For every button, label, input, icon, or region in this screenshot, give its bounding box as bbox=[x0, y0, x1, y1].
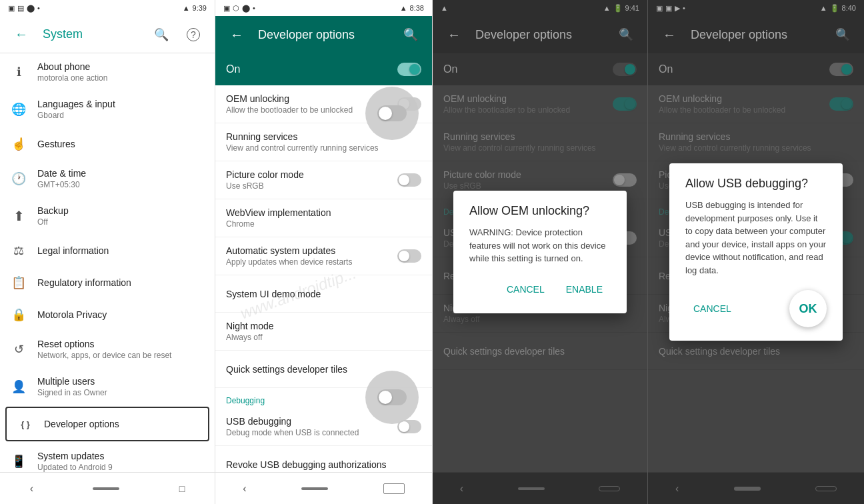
sidebar-item-users[interactable]: 👤 Multiple users Signed in as Owner bbox=[0, 368, 215, 405]
about-icon: ℹ bbox=[11, 64, 27, 80]
sidebar-text-backup: Backup Off bbox=[37, 205, 69, 227]
back-nav-p2[interactable]: ‹ bbox=[243, 483, 246, 495]
privacy-icon2: 🔒 bbox=[11, 307, 27, 323]
status-icons-left: ▣ ▤ ⬤ • bbox=[8, 4, 40, 13]
legal-icon: ⚖ bbox=[11, 243, 27, 259]
sidebar-item-regulatory[interactable]: 📋 Regulatory information bbox=[0, 267, 215, 299]
picture-toggle-knob-p2 bbox=[399, 175, 409, 185]
sidebar-text-legal: Legal information bbox=[37, 245, 109, 256]
usb-toggle-knob-p2 bbox=[399, 421, 409, 432]
dot-icon: • bbox=[37, 4, 40, 12]
sidebar-item-gestures[interactable]: ☝ Gestures bbox=[0, 128, 215, 160]
sidebar-text-about: About phone motorola one action bbox=[37, 61, 107, 83]
status-right-panel1: ▲ 9:39 bbox=[183, 4, 207, 12]
sidebar-item-system-updates[interactable]: 📱 System updates Updated to Android 9 bbox=[0, 443, 215, 472]
sidebar-text-users: Multiple users Signed in as Owner bbox=[37, 376, 107, 397]
sidebar-item-reset[interactable]: ↺ Reset options Network, apps, or device… bbox=[0, 331, 215, 368]
sidebar-list: ℹ About phone motorola one action 🌐 Lang… bbox=[0, 53, 215, 472]
oem-dialog: Allow OEM unlocking? WARNING: Device pro… bbox=[453, 191, 627, 313]
sidebar-item-languages[interactable]: 🌐 Languages & input Gboard bbox=[0, 91, 215, 128]
auto-toggle-knob-p2 bbox=[399, 251, 409, 261]
sidebar-text-regulatory: Regulatory information bbox=[37, 277, 131, 288]
revoke-text-p2: Revoke USB debugging authorizations bbox=[226, 459, 421, 470]
picture-color-item-p2[interactable]: Picture color mode Use sRGB bbox=[215, 161, 432, 199]
reset-icon: ↺ bbox=[11, 341, 27, 357]
sidebar-text-system-updates: System updates Updated to Android 9 bbox=[37, 451, 113, 472]
sidebar-item-privacy[interactable]: 🔒 Motorola Privacy bbox=[0, 299, 215, 331]
back-button-panel1[interactable]: ← bbox=[11, 24, 32, 45]
home-nav-p2[interactable] bbox=[301, 487, 328, 490]
privacy-icon: ⬤ bbox=[27, 4, 35, 13]
auto-toggle-p2[interactable] bbox=[397, 249, 421, 263]
webview-text-p2: WebView implementation Chrome bbox=[226, 207, 421, 229]
oem-dialog-overlay: Allow OEM unlocking? WARNING: Device pro… bbox=[433, 0, 647, 504]
back-nav-icon[interactable]: ‹ bbox=[30, 483, 33, 495]
system-updates-icon: 📱 bbox=[11, 453, 27, 469]
panel-developer-options: ▣ ⬡ ⬤ • ▲ 8:38 ← Developer options 🔍 On … bbox=[215, 0, 433, 504]
auto-text-p2: Automatic system updates Apply updates w… bbox=[226, 245, 397, 267]
sidebar-text-languages: Languages & input Gboard bbox=[37, 99, 115, 120]
backup-icon: ⬆ bbox=[11, 208, 27, 224]
status-right-p2: ▲ 8:38 bbox=[400, 4, 424, 12]
toggle-knob-on-p2 bbox=[409, 64, 420, 75]
sidebar-item-about-phone[interactable]: ℹ About phone motorola one action bbox=[0, 53, 215, 91]
header-panel2: ← Developer options 🔍 bbox=[215, 16, 432, 53]
oem-enable-button[interactable]: Enable bbox=[558, 279, 611, 300]
usb-toggle-highlight bbox=[365, 371, 419, 424]
oem-dialog-body: WARNING: Device protection features will… bbox=[469, 226, 611, 265]
sidebar-item-datetime[interactable]: 🕐 Date & time GMT+05:30 bbox=[0, 160, 215, 197]
on-label-panel2: On bbox=[226, 63, 240, 75]
sidebar-text-reset: Reset options Network, apps, or device c… bbox=[37, 339, 171, 360]
oem-toggle-highlight bbox=[365, 87, 419, 140]
usb-dialog-actions: Cancel OK bbox=[685, 290, 827, 327]
sidebar-item-backup[interactable]: ⬆ Backup Off bbox=[0, 197, 215, 235]
night-text-p2: Night mode Always off bbox=[226, 321, 421, 342]
recents-nav-icon[interactable]: □ bbox=[179, 483, 185, 494]
gestures-icon: ☝ bbox=[11, 136, 27, 152]
usb-cancel-button[interactable]: Cancel bbox=[685, 298, 739, 319]
status-bar-panel2: ▣ ⬡ ⬤ • ▲ 8:38 bbox=[215, 0, 432, 16]
sidebar-item-legal[interactable]: ⚖ Legal information bbox=[0, 235, 215, 267]
ui-demo-text-p2: System UI demo mode bbox=[226, 289, 421, 299]
back-button-panel2[interactable]: ← bbox=[226, 24, 247, 45]
page-title-panel2: Developer options bbox=[258, 28, 389, 42]
auto-updates-item-p2[interactable]: Automatic system updates Apply updates w… bbox=[215, 237, 432, 275]
datetime-icon: 🕐 bbox=[11, 171, 27, 187]
recents-nav-p2[interactable] bbox=[383, 483, 405, 494]
night-mode-item-p2[interactable]: Night mode Always off bbox=[215, 313, 432, 351]
bottom-nav-panel1: ‹ □ bbox=[0, 472, 215, 504]
sidebar-text-developer: Developer options bbox=[44, 419, 119, 429]
panel-usb-dialog: ▣ ▣ ▶ • ▲ 🔋 8:40 ← Developer options 🔍 O… bbox=[648, 0, 864, 504]
panel-system-settings: ▣ ▤ ⬤ • ▲ 9:39 ← System 🔍 ? ℹ About phon… bbox=[0, 0, 215, 504]
revoke-usb-item-p2[interactable]: Revoke USB debugging authorizations bbox=[215, 446, 432, 472]
usb-dialog-overlay: Allow USB debugging? USB debugging is in… bbox=[648, 0, 864, 504]
oem-toggle-inner bbox=[377, 105, 407, 121]
search-button-panel2[interactable]: 🔍 bbox=[400, 24, 421, 45]
panel-oem-dialog: ▲ ▲ 🔋 9:41 ← Developer options 🔍 On OEM … bbox=[433, 0, 648, 504]
home-nav[interactable] bbox=[93, 487, 119, 490]
webview-item-p2[interactable]: WebView implementation Chrome bbox=[215, 199, 432, 237]
time-panel1: 9:39 bbox=[193, 4, 207, 12]
sidebar-text-privacy: Motorola Privacy bbox=[37, 309, 107, 320]
search-button-panel1[interactable]: 🔍 bbox=[151, 24, 172, 45]
developer-icon: { } bbox=[17, 416, 33, 432]
oem-dialog-title: Allow OEM unlocking? bbox=[469, 204, 611, 218]
sidebar-item-developer[interactable]: { } Developer options bbox=[5, 407, 209, 441]
usb-toggle-inner bbox=[377, 389, 407, 405]
oem-cancel-button[interactable]: Cancel bbox=[499, 279, 553, 300]
ui-demo-item-p2[interactable]: System UI demo mode bbox=[215, 275, 432, 313]
notif-icon-p2: ▣ bbox=[223, 4, 230, 13]
time-panel2: 8:38 bbox=[410, 4, 424, 12]
languages-icon: 🌐 bbox=[11, 101, 27, 117]
on-toggle-panel2[interactable] bbox=[397, 63, 421, 76]
status-bar-panel1: ▣ ▤ ⬤ • ▲ 9:39 bbox=[0, 0, 215, 16]
users-icon: 👤 bbox=[11, 379, 27, 395]
ok-circle-button[interactable]: OK bbox=[789, 290, 827, 327]
usb-dialog: Allow USB debugging? USB debugging is in… bbox=[669, 163, 843, 341]
help-button-panel1[interactable]: ? bbox=[183, 24, 204, 45]
picture-toggle-p2[interactable] bbox=[397, 173, 421, 187]
header-panel1: ← System 🔍 ? bbox=[0, 16, 215, 53]
sidebar-text-gestures: Gestures bbox=[37, 139, 75, 149]
regulatory-icon: 📋 bbox=[11, 275, 27, 291]
notif2-icon-p2: ⬡ bbox=[233, 4, 239, 13]
